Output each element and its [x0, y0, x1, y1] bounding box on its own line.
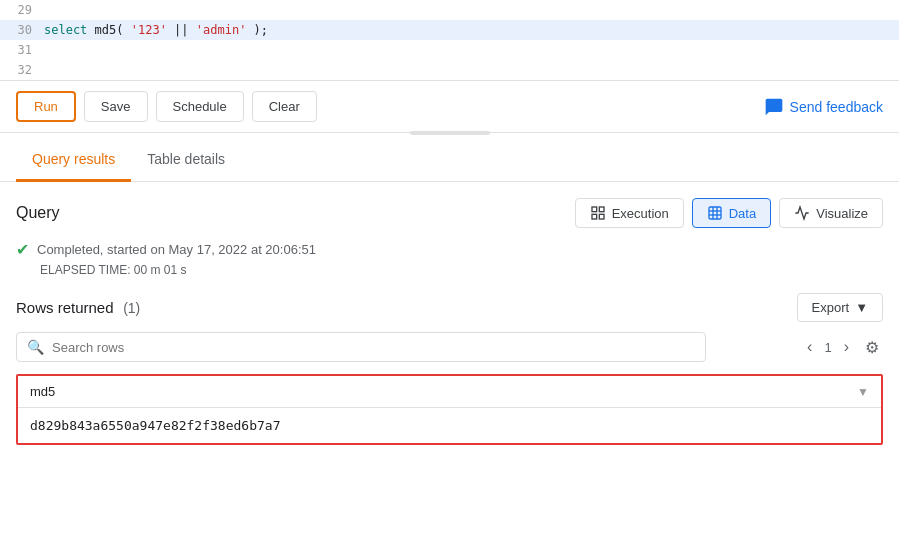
scroll-hint [0, 131, 899, 139]
execution-icon [590, 205, 606, 221]
tab-query-results[interactable]: Query results [16, 139, 131, 182]
rows-section: Rows returned (1) Export ▼ 🔍 ‹ 1 › ⚙ [16, 293, 883, 445]
export-chevron-icon: ▼ [855, 300, 868, 315]
svg-rect-3 [599, 214, 604, 219]
schedule-button[interactable]: Schedule [156, 91, 244, 122]
search-input[interactable] [52, 340, 695, 355]
table-header-row: md5 ▼ [18, 376, 881, 408]
clear-button[interactable]: Clear [252, 91, 317, 122]
line-number-31: 31 [8, 43, 40, 57]
send-feedback-label: Send feedback [790, 99, 883, 115]
column-header-md5: md5 [30, 384, 55, 399]
results-area: Query Execution Data Visualize [0, 182, 899, 473]
status-text: Completed, started on May 17, 2022 at 20… [37, 242, 316, 257]
next-page-button[interactable]: › [840, 336, 853, 358]
rows-title: Rows returned [16, 299, 114, 316]
rows-title-group: Rows returned (1) [16, 299, 140, 316]
visualize-button[interactable]: Visualize [779, 198, 883, 228]
visualize-label: Visualize [816, 206, 868, 221]
grid-icon [707, 205, 723, 221]
search-icon: 🔍 [27, 339, 44, 355]
code-editor[interactable]: 29 30 select md5( '123' || 'admin' ); 31… [0, 0, 899, 81]
save-button[interactable]: Save [84, 91, 148, 122]
execution-button[interactable]: Execution [575, 198, 684, 228]
toolbar: Run Save Schedule Clear Send feedback [0, 81, 899, 133]
data-label: Data [729, 206, 756, 221]
prev-page-button[interactable]: ‹ [803, 336, 816, 358]
svg-rect-0 [592, 207, 597, 212]
table-settings-button[interactable]: ⚙ [861, 336, 883, 359]
search-input-wrapper[interactable]: 🔍 [16, 332, 706, 362]
check-icon: ✔ [16, 240, 29, 259]
table-data-row: d829b843a6550a947e82f2f38ed6b7a7 [18, 408, 881, 443]
line-number-29: 29 [8, 3, 40, 17]
tab-bar: Query results Table details [0, 139, 899, 182]
run-button[interactable]: Run [16, 91, 76, 122]
execution-label: Execution [612, 206, 669, 221]
sort-icon[interactable]: ▼ [857, 385, 869, 399]
svg-rect-2 [592, 214, 597, 219]
page-number: 1 [824, 340, 831, 355]
query-title: Query [16, 204, 60, 222]
query-header: Query Execution Data Visualize [16, 198, 883, 228]
pagination: ‹ 1 › ⚙ [803, 336, 883, 359]
svg-rect-1 [599, 207, 604, 212]
rows-count: (1) [123, 300, 140, 316]
export-button[interactable]: Export ▼ [797, 293, 883, 322]
elapsed-time: ELAPSED TIME: 00 m 01 s [16, 263, 883, 277]
tab-table-details[interactable]: Table details [131, 139, 241, 182]
md5-value: d829b843a6550a947e82f2f38ed6b7a7 [30, 418, 280, 433]
chat-icon [764, 97, 784, 117]
line-number-30: 30 [8, 23, 40, 37]
data-table: md5 ▼ d829b843a6550a947e82f2f38ed6b7a7 [16, 374, 883, 445]
search-row: 🔍 ‹ 1 › ⚙ [16, 332, 883, 362]
line-number-32: 32 [8, 63, 40, 77]
scroll-track [410, 131, 490, 135]
data-button[interactable]: Data [692, 198, 771, 228]
chart-icon [794, 205, 810, 221]
status-row: ✔ Completed, started on May 17, 2022 at … [16, 240, 883, 259]
send-feedback-button[interactable]: Send feedback [764, 97, 883, 117]
export-label: Export [812, 300, 850, 315]
rows-header: Rows returned (1) Export ▼ [16, 293, 883, 322]
code-line-30: select md5( '123' || 'admin' ); [40, 23, 268, 37]
query-actions: Execution Data Visualize [575, 198, 883, 228]
svg-rect-4 [709, 207, 721, 219]
